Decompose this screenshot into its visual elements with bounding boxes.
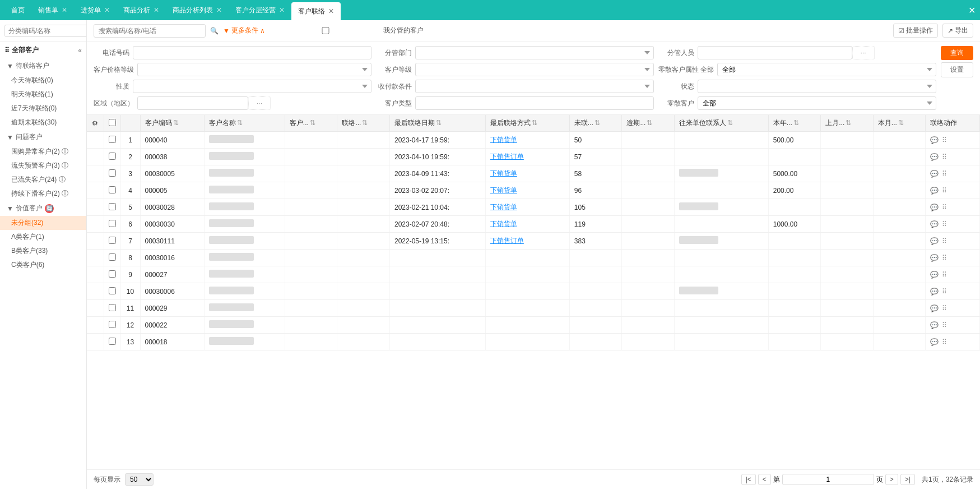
- page-current-input[interactable]: [782, 474, 874, 485]
- th-last-date[interactable]: 最后联络日期⇅: [389, 115, 485, 132]
- row-checkbox[interactable]: [104, 233, 120, 250]
- row-settings[interactable]: [87, 250, 104, 266]
- th-overdue[interactable]: 逾期...⇅: [622, 115, 675, 132]
- row-checkbox[interactable]: [104, 266, 120, 283]
- action-chat-icon[interactable]: 💬: [930, 271, 939, 279]
- search-bar-icon[interactable]: 🔍: [210, 27, 219, 35]
- row-settings[interactable]: [87, 283, 104, 300]
- page-size-select[interactable]: 50 100: [125, 473, 154, 486]
- row-settings[interactable]: [87, 132, 104, 149]
- row-checkbox[interactable]: [104, 216, 120, 233]
- tab-analysis-list-close[interactable]: ✕: [216, 6, 222, 14]
- tab-analysis[interactable]: 商品分析 ✕: [117, 0, 166, 20]
- action-more-icon[interactable]: ⠿: [942, 321, 947, 329]
- filter-select-status[interactable]: [698, 80, 936, 93]
- th-checkbox[interactable]: [104, 115, 120, 132]
- sidebar-item-today[interactable]: 今天待联络(0): [0, 73, 86, 87]
- row-settings[interactable]: [87, 149, 104, 165]
- action-more-icon[interactable]: ⠿: [942, 153, 947, 161]
- row-checkbox[interactable]: [104, 182, 120, 199]
- action-chat-icon[interactable]: 💬: [930, 220, 939, 228]
- action-chat-icon[interactable]: 💬: [930, 153, 939, 161]
- action-chat-icon[interactable]: 💬: [930, 136, 939, 144]
- more-conditions-btn[interactable]: ▼ 更多条件 ∧: [223, 26, 265, 35]
- action-chat-icon[interactable]: 💬: [930, 305, 939, 312]
- action-more-icon[interactable]: ⠿: [942, 220, 947, 228]
- action-chat-icon[interactable]: 💬: [930, 170, 939, 178]
- action-more-icon[interactable]: ⠿: [942, 338, 947, 346]
- action-chat-icon[interactable]: 💬: [930, 338, 939, 346]
- th-type[interactable]: 客户...⇅: [285, 115, 337, 132]
- sidebar-collapse-icon[interactable]: «: [78, 47, 82, 54]
- action-chat-icon[interactable]: 💬: [930, 187, 939, 195]
- sidebar-item-overdue[interactable]: 逾期未联络(30): [0, 116, 86, 130]
- th-code[interactable]: 客户编码⇅: [140, 115, 204, 132]
- tab-analysis-close[interactable]: ✕: [154, 6, 159, 14]
- action-chat-icon[interactable]: 💬: [930, 321, 939, 329]
- sidebar-item-7days[interactable]: 近7天待联络(0): [0, 102, 86, 116]
- sidebar-group-problem[interactable]: ▼ 问题客户: [0, 130, 86, 145]
- last-page-btn[interactable]: >|: [900, 474, 915, 485]
- tab-sales[interactable]: 销售单 ✕: [31, 0, 74, 20]
- filter-select-payment[interactable]: [415, 80, 654, 93]
- tab-home[interactable]: 首页: [4, 0, 31, 20]
- action-more-icon[interactable]: ⠿: [942, 187, 947, 195]
- next-page-btn[interactable]: >: [885, 474, 898, 485]
- first-page-btn[interactable]: |<: [741, 474, 756, 485]
- filter-dotted-person[interactable]: ···: [852, 46, 875, 59]
- row-checkbox[interactable]: [104, 250, 120, 266]
- action-chat-icon[interactable]: 💬: [930, 204, 939, 211]
- tab-purchase[interactable]: 进货单 ✕: [74, 0, 117, 20]
- tab-customer-contact-close[interactable]: ✕: [328, 7, 334, 15]
- reset-btn[interactable]: 设置: [941, 62, 973, 77]
- action-more-icon[interactable]: ⠿: [942, 305, 947, 312]
- row-settings[interactable]: [87, 317, 104, 334]
- row-settings[interactable]: [87, 182, 104, 199]
- sidebar-item-type-a[interactable]: A类客户(1): [0, 230, 86, 244]
- sidebar-item-abnormal[interactable]: 囤购异常客户(2) ⓘ: [0, 145, 86, 159]
- row-settings[interactable]: [87, 266, 104, 283]
- action-more-icon[interactable]: ⠿: [942, 170, 947, 178]
- tab-customer-contact[interactable]: 客户联络 ✕: [291, 2, 341, 20]
- filter-dotted-region[interactable]: ···: [248, 96, 271, 110]
- sidebar-item-tomorrow[interactable]: 明天待联络(1): [0, 87, 86, 102]
- filter-select-nature[interactable]: [133, 80, 371, 93]
- action-chat-icon[interactable]: 💬: [930, 288, 939, 296]
- sidebar-all-customers[interactable]: ⠿ 全部客户 «: [0, 42, 86, 58]
- sidebar-item-type-b[interactable]: B类客户(33): [0, 244, 86, 258]
- sidebar-item-churn-warning[interactable]: 流失预警客户(3) ⓘ: [0, 159, 86, 173]
- select-all-checkbox[interactable]: [109, 119, 116, 126]
- batch-op-btn[interactable]: ☑ 批量操作: [893, 24, 938, 38]
- sidebar-group-pending[interactable]: ▼ 待联络客户: [0, 58, 86, 73]
- row-checkbox[interactable]: [104, 132, 120, 149]
- sidebar-item-ungroup[interactable]: 未分组(32): [0, 216, 86, 230]
- action-chat-icon[interactable]: 💬: [930, 237, 939, 245]
- row-settings[interactable]: [87, 165, 104, 182]
- sidebar-item-churned[interactable]: 已流失客户(24) ⓘ: [0, 173, 86, 187]
- th-name[interactable]: 客户名称⇅: [204, 115, 285, 132]
- row-checkbox[interactable]: [104, 149, 120, 165]
- query-btn[interactable]: 查询: [941, 46, 973, 60]
- action-more-icon[interactable]: ⠿: [942, 237, 947, 245]
- filter-select-price-level[interactable]: [137, 63, 371, 76]
- search-input[interactable]: [94, 24, 206, 38]
- row-checkbox[interactable]: [104, 317, 120, 334]
- th-no-contact[interactable]: 未联...⇅: [569, 115, 622, 132]
- row-settings[interactable]: [87, 199, 104, 216]
- action-more-icon[interactable]: ⠿: [942, 271, 947, 279]
- th-settings[interactable]: ⚙: [87, 115, 104, 132]
- window-close-icon[interactable]: ✕: [968, 5, 976, 16]
- filter-select-retail-attr[interactable]: 全部: [717, 63, 936, 76]
- th-this-month[interactable]: 本月...⇅: [873, 115, 926, 132]
- filter-input-region[interactable]: [137, 96, 248, 110]
- sidebar-item-type-c[interactable]: C类客户(6): [0, 258, 86, 272]
- filter-input-customer-type[interactable]: [415, 96, 654, 110]
- action-more-icon[interactable]: ⠿: [942, 136, 947, 144]
- export-btn[interactable]: ↗ 导出: [942, 24, 973, 38]
- tab-sales-close[interactable]: ✕: [62, 6, 67, 14]
- filter-select-retail[interactable]: 全部: [698, 96, 936, 110]
- prev-page-btn[interactable]: <: [758, 474, 771, 485]
- tab-purchase-close[interactable]: ✕: [104, 6, 110, 14]
- row-checkbox[interactable]: [104, 334, 120, 350]
- my-customers-checkbox-label[interactable]: 我分管的客户: [270, 26, 424, 35]
